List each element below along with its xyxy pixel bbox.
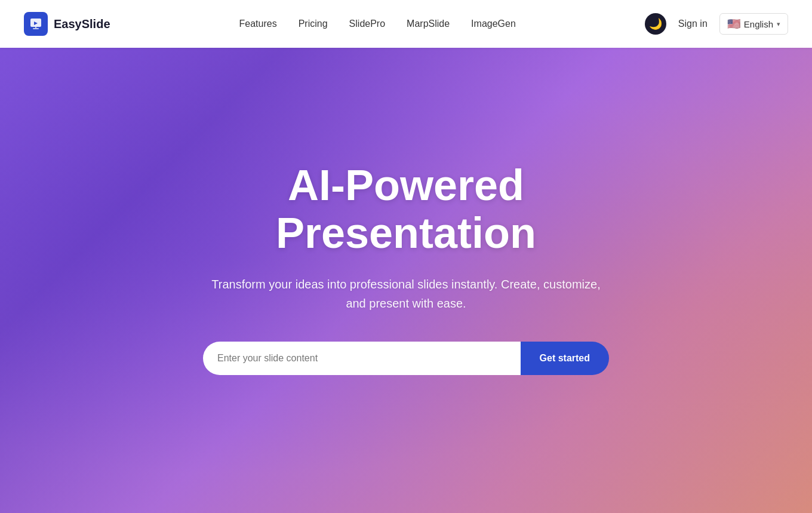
logo-text: EasySlide [54, 17, 110, 31]
language-name: English [744, 19, 773, 29]
nav-link-imagegen[interactable]: ImageGen [471, 19, 516, 29]
language-selector[interactable]: 🇺🇸 English ▾ [719, 13, 788, 35]
svg-rect-3 [35, 27, 36, 28]
svg-rect-2 [33, 28, 39, 29]
nav-link-marpslide[interactable]: MarpSlide [407, 19, 450, 29]
dark-mode-toggle[interactable]: 🌙 [645, 13, 666, 35]
get-started-button[interactable]: Get started [521, 342, 609, 375]
nav-link-slidepro[interactable]: SlidePro [349, 19, 385, 29]
sign-in-link[interactable]: Sign in [678, 19, 708, 29]
navbar-right: 🌙 Sign in 🇺🇸 English ▾ [645, 13, 788, 35]
hero-subtitle: Transform your ideas into professional s… [203, 275, 609, 313]
navbar: EasySlide Features Pricing SlidePro Marp… [0, 0, 812, 48]
nav-links: Features Pricing SlidePro MarpSlide Imag… [239, 19, 516, 29]
chevron-down-icon: ▾ [777, 20, 780, 28]
hero-title-line1: AI-Powered [288, 161, 524, 209]
nav-link-features[interactable]: Features [239, 19, 277, 29]
hero-input-row: Get started [203, 342, 609, 375]
slide-content-input[interactable] [203, 342, 521, 375]
hero-section: AI-Powered Presentation Transform your i… [0, 0, 812, 513]
hero-title-line2: Presentation [276, 209, 536, 257]
language-flag: 🇺🇸 [727, 17, 740, 30]
hero-content: AI-Powered Presentation Transform your i… [191, 162, 621, 374]
nav-link-pricing[interactable]: Pricing [299, 19, 328, 29]
logo-icon [24, 12, 48, 36]
hero-title: AI-Powered Presentation [203, 162, 609, 256]
logo-area: EasySlide [24, 12, 110, 36]
